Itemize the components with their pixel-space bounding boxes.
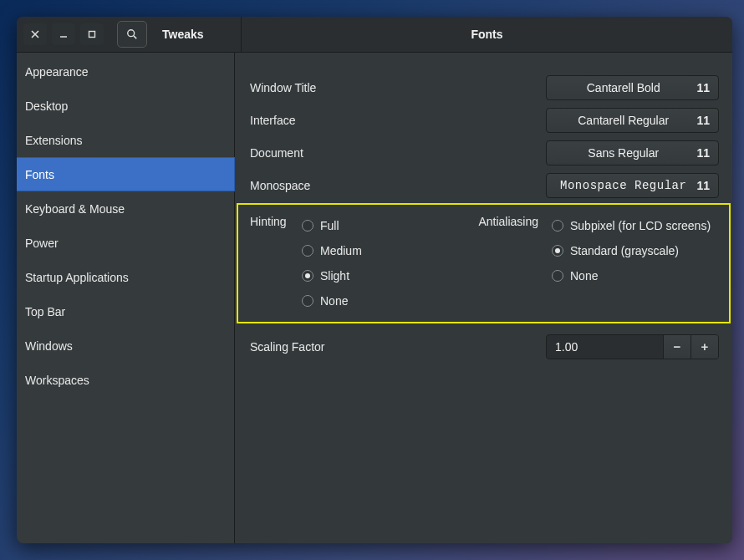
maximize-button[interactable]	[80, 23, 104, 45]
minimize-button[interactable]	[52, 23, 75, 45]
font-name: Cantarell Bold	[558, 81, 688, 94]
font-size: 11	[696, 114, 710, 127]
radio-label: Medium	[320, 244, 362, 257]
font-row-label: Document	[250, 146, 546, 160]
hinting-antialiasing-highlight: Hinting FullMediumSlightNone Antialiasin…	[237, 203, 731, 323]
radio-icon	[302, 270, 313, 282]
font-row-label: Interface	[250, 114, 546, 127]
sidebar-item-fonts[interactable]: Fonts	[17, 157, 235, 191]
svg-point-1	[128, 30, 135, 37]
sidebar-item-desktop[interactable]: Desktop	[17, 89, 234, 123]
sidebar-item-workspaces[interactable]: Workspaces	[17, 363, 234, 397]
antialiasing-options: Subpixel (for LCD screens)Standard (gray…	[552, 213, 719, 313]
sidebar-item-windows[interactable]: Windows	[17, 328, 234, 363]
title-bar-right: Fonts	[242, 17, 732, 52]
app-title: Tweaks	[162, 28, 204, 41]
hinting-label: Hinting	[250, 213, 293, 228]
font-chooser-button[interactable]: Cantarell Bold11	[546, 75, 719, 100]
sidebar-item-extensions[interactable]: Extensions	[17, 123, 234, 157]
sidebar-item-power[interactable]: Power	[17, 226, 234, 260]
radio-option-none[interactable]: None	[552, 263, 719, 288]
scaling-factor-spin[interactable]: 1.00 − +	[546, 334, 719, 359]
font-size: 11	[696, 179, 710, 192]
radio-label: Slight	[320, 269, 349, 283]
radio-icon	[302, 295, 313, 307]
scaling-factor-row: Scaling Factor 1.00 − +	[250, 330, 719, 363]
scaling-factor-value: 1.00	[547, 335, 663, 359]
font-chooser-button[interactable]: Cantarell Regular11	[546, 108, 719, 133]
sidebar-item-startup-applications[interactable]: Startup Applications	[17, 260, 234, 294]
window-body: AppearanceDesktopExtensionsFontsKeyboard…	[17, 53, 732, 543]
font-row-label: Window Title	[250, 81, 546, 94]
content-pane: Window TitleCantarell Bold11InterfaceCan…	[235, 53, 732, 543]
sidebar: AppearanceDesktopExtensionsFontsKeyboard…	[17, 53, 235, 543]
radio-option-subpixel-for-lcd-screens-[interactable]: Subpixel (for LCD screens)	[552, 213, 719, 238]
title-bar-left: Tweaks	[17, 17, 242, 52]
sidebar-item-appearance[interactable]: Appearance	[17, 54, 234, 89]
radio-label: None	[320, 294, 348, 308]
sidebar-item-keyboard-mouse[interactable]: Keyboard & Mouse	[17, 191, 234, 226]
scaling-factor-label: Scaling Factor	[250, 340, 546, 354]
radio-option-standard-grayscale-[interactable]: Standard (grayscale)	[552, 238, 719, 263]
radio-option-full[interactable]: Full	[302, 213, 419, 238]
font-size: 11	[696, 146, 710, 160]
scaling-increment-button[interactable]: +	[690, 335, 718, 359]
radio-label: Subpixel (for LCD screens)	[570, 219, 711, 232]
search-button[interactable]	[117, 21, 147, 48]
panel-title: Fonts	[471, 28, 502, 41]
font-row-interface: InterfaceCantarell Regular11	[250, 104, 719, 136]
tweaks-window: Tweaks Fonts AppearanceDesktopExtensions…	[17, 17, 732, 543]
font-chooser-button[interactable]: Sans Regular11	[546, 140, 719, 165]
sidebar-item-top-bar[interactable]: Top Bar	[17, 294, 234, 328]
font-row-document: DocumentSans Regular11	[250, 136, 719, 169]
radio-icon	[552, 245, 563, 257]
antialiasing-label: Antialiasing	[427, 213, 538, 228]
font-size: 11	[696, 81, 710, 94]
font-row-window-title: Window TitleCantarell Bold11	[250, 71, 719, 104]
radio-icon	[302, 245, 313, 257]
radio-option-none[interactable]: None	[302, 288, 419, 313]
font-name: Sans Regular	[558, 146, 688, 160]
radio-icon	[552, 220, 563, 232]
font-name: Cantarell Regular	[558, 114, 688, 127]
svg-rect-0	[89, 32, 95, 38]
font-chooser-button[interactable]: Monospace Regular11	[546, 173, 719, 198]
search-icon	[126, 28, 138, 40]
font-row-monospace: MonospaceMonospace Regular11	[250, 169, 719, 201]
radio-icon	[302, 220, 313, 232]
radio-option-slight[interactable]: Slight	[302, 263, 419, 288]
radio-icon	[552, 270, 563, 282]
radio-option-medium[interactable]: Medium	[302, 238, 419, 263]
hinting-options: FullMediumSlightNone	[302, 213, 419, 313]
font-name: Monospace Regular	[558, 179, 688, 192]
close-button[interactable]	[23, 23, 47, 45]
title-bar: Tweaks Fonts	[17, 17, 732, 53]
radio-label: Standard (grayscale)	[570, 244, 679, 257]
radio-label: Full	[320, 219, 339, 232]
radio-label: None	[570, 269, 598, 283]
font-row-label: Monospace	[250, 179, 546, 192]
scaling-decrement-button[interactable]: −	[663, 335, 690, 359]
